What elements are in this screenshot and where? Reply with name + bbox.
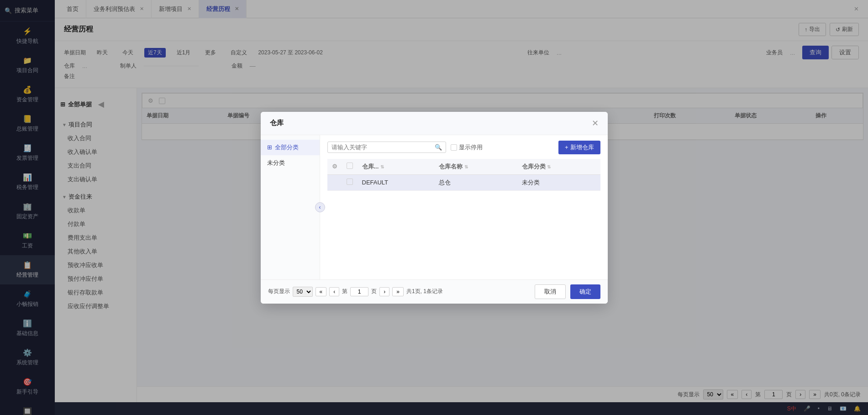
cancel-button[interactable]: 取消 — [535, 284, 566, 299]
row-category: 未分类 — [517, 174, 600, 190]
modal-toolbar: 🔍 显示停用 + 新增仓库 — [327, 141, 600, 154]
modal-right-panel: 🔍 显示停用 + 新增仓库 ⚙ — [320, 135, 608, 279]
show-disabled-label[interactable]: 显示停用 — [451, 143, 483, 152]
all-category-label: 全部分类 — [275, 143, 299, 152]
modal-total-label: 共1页, 1条记录 — [406, 288, 443, 295]
modal-page-label: 第 — [342, 288, 347, 295]
sort-code-icon[interactable]: ⇅ — [380, 164, 384, 169]
modal-col-checkbox — [342, 159, 358, 175]
modal-left-all-category[interactable]: ⊞ 全部分类 — [261, 140, 320, 155]
modal-per-page-label: 每页显示 — [268, 288, 290, 295]
modal-search-icon[interactable]: 🔍 — [435, 144, 442, 151]
plus-icon: + — [565, 144, 568, 151]
show-disabled-text: 显示停用 — [459, 143, 483, 152]
modal-header-checkbox[interactable] — [347, 163, 353, 169]
modal-left-panel: ⊞ 全部分类 未分类 ‹ — [261, 135, 320, 279]
row-checkbox[interactable] — [342, 174, 358, 190]
row-checkbox-input[interactable] — [347, 179, 353, 185]
warehouse-modal: 仓库 ✕ ⊞ 全部分类 未分类 ‹ 🔍 显示停用 — [261, 112, 608, 304]
show-disabled-checkbox[interactable] — [451, 144, 457, 151]
modal-prev-page[interactable]: ‹ — [329, 287, 339, 296]
row-code: DEFAULT — [358, 174, 435, 190]
modal-next-page[interactable]: › — [379, 287, 389, 296]
add-warehouse-label: 新增仓库 — [570, 143, 594, 152]
modal-gear-icon[interactable]: ⚙ — [332, 163, 337, 170]
modal-col-name: 仓库名称 ⇅ — [434, 159, 517, 175]
modal-search-box[interactable]: 🔍 — [327, 142, 446, 153]
row-settings — [327, 174, 342, 190]
modal-page-suffix: 页 — [371, 288, 377, 295]
modal-body: ⊞ 全部分类 未分类 ‹ 🔍 显示停用 + 新增仓库 — [261, 135, 608, 279]
modal-header: 仓库 ✕ — [261, 112, 608, 135]
table-row[interactable]: DEFAULT 总仓 未分类 — [327, 174, 600, 190]
modal-col-code: 仓库... ⇅ — [358, 159, 435, 175]
modal-close-icon[interactable]: ✕ — [592, 118, 599, 128]
modal-col-category: 仓库分类 ⇅ — [517, 159, 600, 175]
modal-pagination: 每页显示 50 « ‹ 第 页 › » 共1页, 1条记录 — [268, 287, 443, 297]
modal-footer: 每页显示 50 « ‹ 第 页 › » 共1页, 1条记录 取消 确定 — [261, 279, 608, 304]
modal-title: 仓库 — [270, 119, 284, 127]
row-name: 总仓 — [434, 174, 517, 190]
add-warehouse-button[interactable]: + 新增仓库 — [558, 141, 600, 154]
modal-left-collapse[interactable]: ‹ — [315, 202, 325, 212]
modal-page-input[interactable] — [350, 287, 368, 296]
modal-left-uncategorized[interactable]: 未分类 — [261, 155, 320, 171]
sort-name-icon[interactable]: ⇅ — [464, 164, 468, 169]
uncategorized-label: 未分类 — [267, 159, 285, 167]
modal-col-settings: ⚙ — [327, 159, 342, 175]
modal-per-page-select[interactable]: 50 — [293, 287, 313, 297]
sort-cat-icon[interactable]: ⇅ — [547, 164, 551, 169]
confirm-button[interactable]: 确定 — [570, 284, 600, 299]
modal-warehouse-table: ⚙ 仓库... ⇅ 仓库名称 ⇅ — [327, 159, 600, 191]
grid-icon-modal: ⊞ — [267, 144, 272, 151]
modal-last-page[interactable]: » — [392, 287, 404, 296]
modal-first-page[interactable]: « — [316, 287, 327, 296]
modal-search-input[interactable] — [331, 144, 435, 151]
modal-footer-actions: 取消 确定 — [535, 284, 600, 299]
